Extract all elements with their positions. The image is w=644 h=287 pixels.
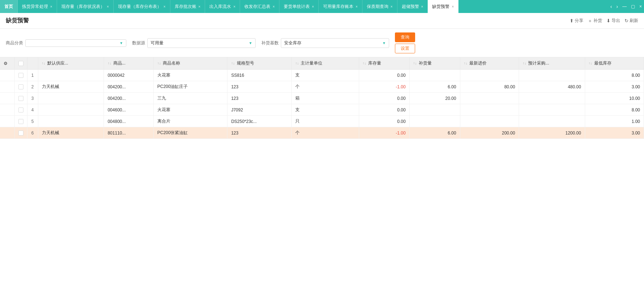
- row-spec: 123: [227, 93, 292, 104]
- tab-inventory-status[interactable]: 现存量（库存状况表）×: [57, 0, 114, 13]
- tab-demand-stats[interactable]: 要货单统计表×: [279, 0, 319, 13]
- row-checkbox-0[interactable]: [18, 73, 23, 78]
- row-checkbox-1[interactable]: [18, 84, 23, 89]
- row-product-code: 004200...: [104, 81, 154, 93]
- col-min-stock-label: 最低库存: [594, 61, 612, 66]
- row-checkbox-cell: [14, 93, 27, 104]
- replenish-basis-arrow: ▼: [382, 41, 386, 45]
- refresh-button[interactable]: ↻ 刷新: [625, 18, 638, 24]
- col-latest-price[interactable]: ↑↓ 最新进价: [460, 57, 519, 70]
- tab-close-inventory-status[interactable]: ×: [107, 5, 109, 9]
- datasource-select-value: 可用量: [151, 40, 249, 46]
- header-checkbox[interactable]: [18, 61, 23, 66]
- row-checkbox-cell: [14, 104, 27, 116]
- tab-close-inventory-dist[interactable]: ×: [164, 5, 166, 9]
- row-checkbox-2[interactable]: [18, 96, 23, 101]
- row-supplier: [38, 70, 104, 81]
- col-product-code[interactable]: ↑↓ 商品...: [104, 57, 154, 70]
- row-checkbox-cell: [14, 127, 27, 139]
- row-stock: -1.00: [359, 81, 409, 93]
- filter-area: 商品分类 ▼ 数据源 可用量 ▼ 补货基数 安全库存 ▼ 查询 设置: [0, 29, 644, 57]
- tab-close-batch-account[interactable]: ×: [199, 5, 201, 9]
- col-stock-label: 库存量: [368, 61, 381, 66]
- col-replenish-qty[interactable]: ↑↓ 补货量: [409, 57, 460, 70]
- col-product-name[interactable]: ↑↓ 商品名称: [153, 57, 227, 70]
- window-minimize-btn[interactable]: —: [620, 4, 629, 9]
- row-product-name: 离合片: [153, 116, 227, 127]
- row-min-stock: 8.00: [585, 104, 644, 116]
- tab-close-shortage[interactable]: ×: [452, 5, 454, 9]
- shortage-table: ⚙ ↑↓ 默认供应... ↑↓ 商品... ↑↓: [0, 57, 644, 139]
- tab-expiry[interactable]: 保质期查询×: [362, 0, 397, 13]
- tab-prev-btn[interactable]: ‹: [608, 4, 614, 9]
- table-row: 2 力天机械 004200... PC200油缸庄子 123 个 -1.00 6…: [0, 81, 644, 93]
- tab-close-flow[interactable]: ×: [233, 5, 235, 9]
- tab-close-recv-summary[interactable]: ×: [273, 5, 275, 9]
- gear-icon[interactable]: ⚙: [4, 61, 8, 66]
- tab-overstock[interactable]: 超储预警×: [397, 0, 428, 13]
- table-container: ⚙ ↑↓ 默认供应... ↑↓ 商品... ↑↓: [0, 57, 644, 139]
- row-product-name: PC200张紧油缸: [153, 127, 227, 139]
- table-row: 1 0000042 火花塞 SS816 支 0.00 8.00: [0, 70, 644, 81]
- tab-shortage[interactable]: 缺货预警×: [428, 0, 458, 13]
- col-stock[interactable]: ↑↓ 库存量: [359, 57, 409, 70]
- table-row: 6 力天机械 801110... PC200张紧油缸 123 个 -1.00 6…: [0, 127, 644, 139]
- col-est-purchase[interactable]: ↑↓ 预计采购...: [519, 57, 585, 70]
- tab-close-demand-stats[interactable]: ×: [312, 5, 314, 9]
- category-select-arrow: ▼: [119, 41, 123, 45]
- row-gear-cell: [0, 93, 14, 104]
- row-spec: DS250*23c...: [227, 116, 292, 127]
- row-checkbox-cell: [14, 81, 27, 93]
- tab-close-abnormal[interactable]: ×: [50, 5, 52, 9]
- row-checkbox-3[interactable]: [18, 107, 23, 112]
- row-replenish-qty: 6.00: [409, 127, 460, 139]
- tab-abnormal[interactable]: 拣货异常处理×: [18, 0, 57, 13]
- row-spec: 123: [227, 81, 292, 93]
- tab-close-expiry[interactable]: ×: [391, 5, 393, 9]
- tab-flow[interactable]: 出入库流水×: [205, 0, 240, 13]
- row-spec: SS816: [227, 70, 292, 81]
- row-est-purchase: [519, 116, 585, 127]
- spec-sort-icon: ↑↓: [231, 61, 235, 65]
- replenish-basis-filter-group: 补货基数 安全库存 ▼: [261, 38, 389, 48]
- tab-available-ledger[interactable]: 可用量库存账本×: [319, 0, 362, 13]
- category-select[interactable]: ▼: [25, 39, 126, 47]
- datasource-select[interactable]: 可用量 ▼: [147, 38, 256, 48]
- datasource-select-arrow: ▼: [249, 41, 252, 45]
- col-supplier-label: 默认供应...: [47, 61, 68, 66]
- export-button[interactable]: ⬇ 导出: [606, 18, 620, 24]
- row-replenish-qty: 20.00: [409, 93, 460, 104]
- replenish-basis-select[interactable]: 安全库存 ▼: [281, 38, 389, 48]
- window-close-btn[interactable]: ×: [637, 4, 644, 9]
- row-gear-cell: [0, 104, 14, 116]
- datasource-filter-group: 数据源 可用量 ▼: [132, 38, 256, 48]
- settings-button[interactable]: 设置: [395, 44, 415, 53]
- row-checkbox-4[interactable]: [18, 119, 23, 124]
- tab-batch-account[interactable]: 库存批次账×: [170, 0, 205, 13]
- tab-close-available-ledger[interactable]: ×: [356, 5, 358, 9]
- query-button[interactable]: 查询: [395, 32, 415, 42]
- share-button[interactable]: ⬆ 分享: [570, 18, 583, 24]
- row-checkbox-5[interactable]: [18, 131, 23, 136]
- row-stock: 0.00: [359, 116, 409, 127]
- tab-close-overstock[interactable]: ×: [421, 5, 423, 9]
- tab-inventory-dist[interactable]: 现存量（库存分布表）×: [114, 0, 170, 13]
- col-unit-label: 主计量单位: [301, 61, 322, 66]
- table-row: 5 004800... 离合片 DS250*23c... 只 0.00 1.00: [0, 116, 644, 127]
- row-index: 4: [27, 104, 38, 116]
- col-spec[interactable]: ↑↓ 规格型号: [227, 57, 292, 70]
- window-maximize-btn[interactable]: ▢: [629, 4, 637, 9]
- tab-home[interactable]: 首页: [0, 0, 18, 13]
- row-latest-price: 80.00: [460, 81, 519, 93]
- tab-next-btn[interactable]: ›: [614, 4, 620, 9]
- tab-label-batch-account: 库存批次账: [175, 4, 196, 10]
- latest-price-sort-icon: ↑↓: [464, 61, 467, 65]
- tab-recv-summary[interactable]: 收发存汇总表×: [240, 0, 279, 13]
- export-icon: ⬇: [606, 18, 610, 23]
- tab-label-inventory-dist: 现存量（库存分布表）: [118, 4, 161, 10]
- col-product-name-label: 商品名称: [163, 61, 180, 66]
- col-supplier[interactable]: ↑↓ 默认供应...: [38, 57, 104, 70]
- col-min-stock[interactable]: ↑↓ 最低库存: [585, 57, 644, 70]
- col-unit[interactable]: ↑↓ 主计量单位: [291, 57, 359, 70]
- replenish-button[interactable]: ＋ 补货: [588, 18, 602, 24]
